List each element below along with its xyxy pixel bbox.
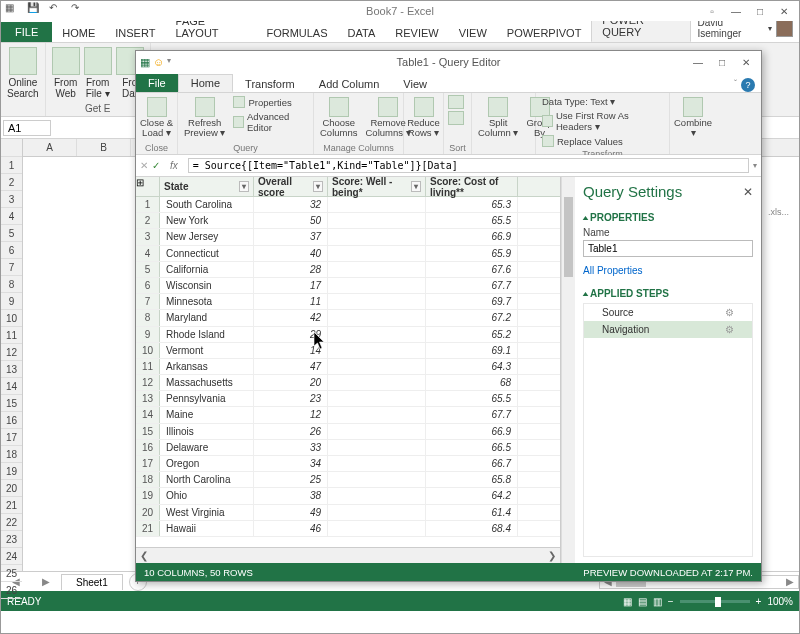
cell-overall[interactable]: 40	[254, 246, 328, 261]
table-row[interactable]: 14Maine1267.7	[136, 407, 560, 423]
cell-state[interactable]: Delaware	[160, 440, 254, 455]
qe-tab-file[interactable]: File	[136, 74, 178, 92]
formula-dropdown-icon[interactable]: ▾	[753, 161, 757, 170]
query-settings-close-icon[interactable]: ✕	[743, 185, 753, 199]
cell-wellbeing[interactable]	[328, 440, 426, 455]
col-header-b[interactable]: B	[77, 139, 131, 156]
view-layout-icon[interactable]: ▤	[638, 596, 647, 607]
row-header[interactable]: 13	[1, 361, 22, 378]
cell-wellbeing[interactable]	[328, 229, 426, 244]
cell-cost[interactable]: 66.5	[426, 440, 518, 455]
cell-wellbeing[interactable]	[328, 278, 426, 293]
cell-cost[interactable]: 67.7	[426, 278, 518, 293]
cell-state[interactable]: Rhode Island	[160, 327, 254, 342]
cell-overall[interactable]: 46	[254, 521, 328, 536]
all-properties-link[interactable]: All Properties	[583, 265, 753, 276]
cell-wellbeing[interactable]	[328, 391, 426, 406]
cell-overall[interactable]: 29	[254, 327, 328, 342]
cell-cost[interactable]: 66.9	[426, 424, 518, 439]
row-header[interactable]: 22	[1, 514, 22, 531]
cell-overall[interactable]: 33	[254, 440, 328, 455]
close-icon[interactable]: ✕	[773, 3, 795, 19]
row-header[interactable]: 25	[1, 565, 22, 582]
qe-tab-add-column[interactable]: Add Column	[307, 76, 392, 92]
qe-tab-view[interactable]: View	[391, 76, 439, 92]
row-header[interactable]: 3	[1, 191, 22, 208]
cell-wellbeing[interactable]	[328, 310, 426, 325]
cell-state[interactable]: New York	[160, 213, 254, 228]
row-header[interactable]: 15	[1, 395, 22, 412]
col-header-a[interactable]: A	[23, 139, 77, 156]
replace-values-button[interactable]: Replace Values	[540, 134, 665, 148]
table-row[interactable]: 12Massachusetts2068	[136, 375, 560, 391]
cell-overall[interactable]: 17	[254, 278, 328, 293]
cell-overall[interactable]: 34	[254, 456, 328, 471]
tab-file[interactable]: FILE	[1, 22, 52, 42]
cell-cost[interactable]: 66.9	[426, 229, 518, 244]
row-header[interactable]: 2	[1, 174, 22, 191]
tab-powerpivot[interactable]: POWERPIVOT	[497, 24, 592, 42]
cell-state[interactable]: Illinois	[160, 424, 254, 439]
cell-wellbeing[interactable]	[328, 213, 426, 228]
cell-cost[interactable]: 67.6	[426, 262, 518, 277]
ribbon-options-icon[interactable]: ▫	[701, 3, 723, 19]
view-break-icon[interactable]: ▥	[653, 596, 662, 607]
qat-undo-icon[interactable]: ↶	[49, 2, 67, 20]
sheet-nav-next-icon[interactable]: ▶	[31, 576, 61, 587]
table-row[interactable]: 17Oregon3466.7	[136, 456, 560, 472]
cell-overall[interactable]: 50	[254, 213, 328, 228]
step-navigation[interactable]: Navigation⚙	[584, 321, 752, 338]
cell-cost[interactable]: 68.4	[426, 521, 518, 536]
col-header-state[interactable]: State▾	[160, 177, 254, 196]
split-column-button[interactable]: Split Column ▾	[476, 95, 520, 141]
formula-cancel-icon[interactable]: ✕	[140, 160, 148, 171]
close-load-button[interactable]: Close & Load ▾	[140, 95, 173, 141]
col-header-cost[interactable]: Score: Cost of living**	[426, 177, 518, 196]
qe-minimize-icon[interactable]: —	[687, 54, 709, 70]
applied-steps-section-header[interactable]: ▴APPLIED STEPS	[583, 288, 753, 299]
table-row[interactable]: 4Connecticut4065.9	[136, 246, 560, 262]
qe-collapse-ribbon-icon[interactable]: ˇ	[734, 78, 737, 92]
qe-smiley-icon[interactable]: ☺	[153, 56, 164, 69]
cell-wellbeing[interactable]	[328, 521, 426, 536]
cell-cost[interactable]: 69.1	[426, 343, 518, 358]
table-row[interactable]: 3New Jersey3766.9	[136, 229, 560, 245]
first-row-headers-button[interactable]: Use First Row As Headers ▾	[540, 109, 665, 133]
col-header-wellbeing[interactable]: Score: Well - being*▾	[328, 177, 426, 196]
cell-overall[interactable]: 37	[254, 229, 328, 244]
choose-columns-button[interactable]: Choose Columns	[318, 95, 360, 141]
row-header[interactable]: 7	[1, 259, 22, 276]
row-header[interactable]: 12	[1, 344, 22, 361]
data-type-button[interactable]: Data Type: Text ▾	[540, 95, 665, 108]
cell-overall[interactable]: 38	[254, 488, 328, 503]
cell-cost[interactable]: 64.3	[426, 359, 518, 374]
row-header[interactable]: 1	[1, 157, 22, 174]
zoom-in-icon[interactable]: +	[756, 596, 762, 607]
table-row[interactable]: 11Arkansas4764.3	[136, 359, 560, 375]
tab-view[interactable]: VIEW	[449, 24, 497, 42]
cell-state[interactable]: Connecticut	[160, 246, 254, 261]
table-row[interactable]: 20West Virginia4961.4	[136, 505, 560, 521]
advanced-editor-button[interactable]: Advanced Editor	[231, 110, 309, 134]
col-header-overall[interactable]: Overall score▾	[254, 177, 328, 196]
table-row[interactable]: 2New York5065.5	[136, 213, 560, 229]
cell-wellbeing[interactable]	[328, 505, 426, 520]
row-header[interactable]: 11	[1, 327, 22, 344]
cell-cost[interactable]: 67.7	[426, 407, 518, 422]
table-row[interactable]: 6Wisconsin1767.7	[136, 278, 560, 294]
table-row[interactable]: 15Illinois2666.9	[136, 424, 560, 440]
tab-insert[interactable]: INSERT	[105, 24, 165, 42]
refresh-preview-button[interactable]: Refresh Preview ▾	[182, 95, 227, 141]
cell-cost[interactable]: 65.2	[426, 327, 518, 342]
cell-cost[interactable]: 61.4	[426, 505, 518, 520]
table-row[interactable]: 1South Carolina3265.3	[136, 197, 560, 213]
formula-input[interactable]	[188, 158, 749, 173]
corner-cell[interactable]: ⊞	[136, 177, 160, 196]
cell-overall[interactable]: 20	[254, 375, 328, 390]
row-header[interactable]: 14	[1, 378, 22, 395]
qe-hscroll[interactable]: ❮❯	[136, 547, 560, 563]
cell-state[interactable]: South Carolina	[160, 197, 254, 212]
row-header[interactable]: 6	[1, 242, 22, 259]
gear-icon[interactable]: ⚙	[725, 324, 734, 335]
zoom-level[interactable]: 100%	[767, 596, 793, 607]
